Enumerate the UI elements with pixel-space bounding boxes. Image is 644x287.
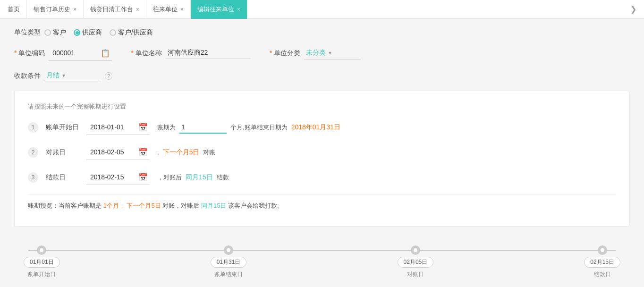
step-1-period-unit: 个月,账单结束日期为 xyxy=(230,123,288,132)
tab-partner[interactable]: 往来单位 × xyxy=(146,0,191,19)
unit-code-input[interactable] xyxy=(51,47,98,59)
step-1-date-wrapper: 📅 xyxy=(86,119,150,135)
unit-type-label: 单位类型 xyxy=(14,28,41,37)
radio-customer-label: 客户 xyxy=(53,28,66,37)
step-1-period-input[interactable] xyxy=(179,121,227,134)
timeline-section: 01月01日 账单开始日 01月31日 账单结束日 02月05日 对账日 xyxy=(0,236,644,279)
unit-category-select[interactable]: 未分类 ▾ xyxy=(304,47,361,59)
step-1-date-input[interactable] xyxy=(88,121,136,133)
tl-node-2: 01月31日 账单结束日 xyxy=(211,245,247,279)
unit-category-group: 单位分类 未分类 ▾ xyxy=(270,47,361,59)
tab-sales-history[interactable]: 销售订单历史 × xyxy=(27,0,84,19)
close-partner[interactable]: × xyxy=(180,6,184,13)
payment-terms-group: 收款条件 月结 ▾ ? xyxy=(14,69,112,82)
summary-row: 账期预览：当前客户账期是 1个月， 下一个月5日 对账，对账后 同月15日 该客… xyxy=(28,194,616,215)
tab-home[interactable]: 首页 xyxy=(4,0,27,19)
step-1-end-date: 2018年01月31日 xyxy=(291,123,340,132)
tl-dot-4[interactable] xyxy=(598,245,607,255)
step-2-cal-icon[interactable]: 📅 xyxy=(138,148,148,157)
payment-terms-help[interactable]: ? xyxy=(105,72,112,80)
radio-supplier-circle xyxy=(74,29,80,36)
step-2-row: 2 对账日 📅 , 下一个月5日 对账 xyxy=(28,144,616,160)
step-3-label: 结款日 xyxy=(46,173,79,182)
unit-category-value: 未分类 xyxy=(306,49,326,57)
step-2-highlight: 下一个月5日 xyxy=(163,148,200,157)
tl-dot-2[interactable] xyxy=(224,245,233,255)
unit-category-label: 单位分类 xyxy=(270,49,300,58)
close-sales-history[interactable]: × xyxy=(73,6,76,13)
tl-dot-3[interactable] xyxy=(411,245,420,255)
unit-code-input-wrapper: 📋 xyxy=(49,45,112,61)
card-panel: 请按照未来的一个完整帐期进行设置 1 账单开始日 📅 账期为 个月,账单结束日期… xyxy=(14,91,630,227)
radio-supplier-label: 供应商 xyxy=(82,28,102,37)
step-1-label: 账单开始日 xyxy=(46,123,79,132)
step-2-comma: , xyxy=(157,149,159,156)
unit-type-row: 单位类型 客户 供应商 客户/供应商 xyxy=(14,28,630,37)
step-2-content: , 下一个月5日 对账 xyxy=(157,148,215,157)
step-3-after: 结款 xyxy=(217,173,229,182)
unit-name-input[interactable] xyxy=(166,47,251,59)
step-3-date-wrapper: 📅 xyxy=(86,169,150,185)
radio-both[interactable]: 客户/供应商 xyxy=(110,28,153,37)
step-3-cal-icon[interactable]: 📅 xyxy=(138,173,148,182)
tl-badge-1: 01月01日 xyxy=(24,257,60,268)
step-3-plain: ，对账后 xyxy=(157,173,182,182)
payment-terms-select[interactable]: 月结 ▾ xyxy=(44,69,101,82)
tab-edit-partner[interactable]: 编辑往来单位 × xyxy=(191,0,247,19)
step-1-desc-prefix: 账期为 xyxy=(157,123,176,132)
tab-bar: 首页 销售订单历史 × 钱货日清工作台 × 往来单位 × 编辑往来单位 × ❯ xyxy=(0,0,644,19)
unit-code-group: 单位编码 📋 xyxy=(14,45,112,61)
radio-group: 客户 供应商 客户/供应商 xyxy=(44,28,153,37)
radio-customer-circle xyxy=(44,29,51,36)
step-2-date-wrapper: 📅 xyxy=(86,144,150,160)
radio-both-circle xyxy=(110,29,116,36)
tl-badge-3: 02月05日 xyxy=(398,257,434,268)
tl-label-3: 对账日 xyxy=(407,270,424,279)
step-3-content: ，对账后 同月15日 结款 xyxy=(157,173,229,182)
tab-cash-work[interactable]: 钱货日清工作台 × xyxy=(84,0,146,19)
summary-suffix: 该客户会给我打款。 xyxy=(228,202,283,209)
payment-terms-value: 月结 xyxy=(46,71,59,80)
step-1-content: 账期为 个月,账单结束日期为 2018年01月31日 xyxy=(157,121,340,134)
step-2-num: 2 xyxy=(28,147,38,158)
tl-label-4: 结款日 xyxy=(594,270,611,279)
timeline-nodes: 01月01日 账单开始日 01月31日 账单结束日 02月05日 对账日 xyxy=(24,245,620,279)
tab-expand-icon[interactable]: ❯ xyxy=(627,5,640,14)
radio-supplier[interactable]: 供应商 xyxy=(74,28,102,37)
unit-category-chevron: ▾ xyxy=(329,50,331,56)
tl-node-4: 02月15日 结款日 xyxy=(584,245,620,279)
summary-reconcile: 下一个月5日 xyxy=(127,202,161,209)
summary-pay: 同月15日 xyxy=(201,202,226,209)
summary-period: 1个月， xyxy=(103,202,125,209)
tl-dot-1[interactable] xyxy=(37,245,46,255)
step-2-after: 对账 xyxy=(203,148,215,157)
summary-mid: 对账，对账后 xyxy=(162,202,199,209)
unit-code-icon[interactable]: 📋 xyxy=(101,49,110,58)
tl-badge-2: 01月31日 xyxy=(211,257,247,268)
payment-terms-row: 收款条件 月结 ▾ ? xyxy=(14,69,630,82)
tl-node-3: 02月05日 对账日 xyxy=(398,245,434,279)
step-2-label: 对账日 xyxy=(46,148,79,157)
tl-badge-4: 02月15日 xyxy=(584,257,620,268)
tl-label-1: 账单开始日 xyxy=(27,270,56,279)
step-3-row: 3 结款日 📅 ，对账后 同月15日 结款 xyxy=(28,169,616,185)
timeline-container: 01月01日 账单开始日 01月31日 账单结束日 02月05日 对账日 xyxy=(24,245,620,279)
close-edit-partner[interactable]: × xyxy=(237,6,240,13)
unit-name-label: 单位名称 xyxy=(131,49,161,58)
fields-row: 单位编码 📋 单位名称 单位分类 未分类 ▾ xyxy=(14,45,630,61)
unit-code-label: 单位编码 xyxy=(14,49,45,58)
payment-terms-label: 收款条件 xyxy=(14,72,41,80)
unit-name-group: 单位名称 xyxy=(131,47,250,59)
summary-prefix: 账期预览：当前客户账期是 xyxy=(28,202,102,209)
step-3-date-input[interactable] xyxy=(88,171,136,183)
close-cash-work[interactable]: × xyxy=(136,6,139,13)
step-1-row: 1 账单开始日 📅 账期为 个月,账单结束日期为 2018年01月31日 xyxy=(28,119,616,135)
step-1-num: 1 xyxy=(28,122,38,133)
radio-both-label: 客户/供应商 xyxy=(118,28,153,37)
main-content: 单位类型 客户 供应商 客户/供应商 单位编码 xyxy=(0,19,644,236)
step-3-highlight: 同月15日 xyxy=(186,173,213,182)
tl-label-2: 账单结束日 xyxy=(214,270,243,279)
radio-customer[interactable]: 客户 xyxy=(44,28,66,37)
step-2-date-input[interactable] xyxy=(88,146,136,158)
step-1-cal-icon[interactable]: 📅 xyxy=(138,123,148,132)
